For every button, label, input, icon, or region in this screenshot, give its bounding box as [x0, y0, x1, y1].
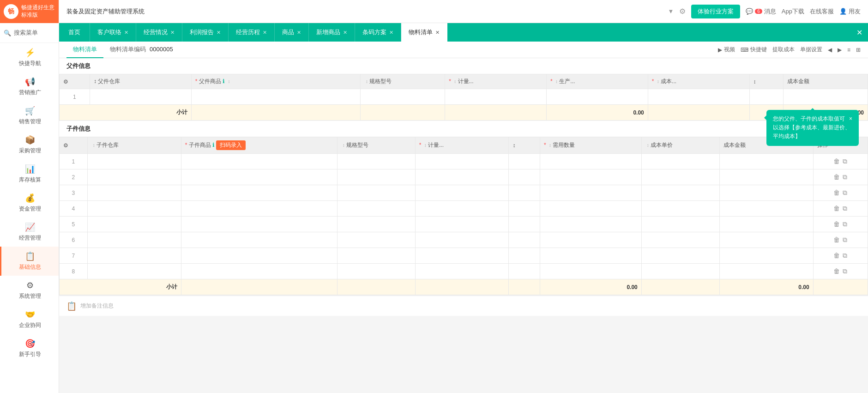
nav-tab-首页[interactable]: 首页 [59, 23, 90, 42]
child-unit-cost-cell[interactable] [641, 185, 719, 201]
nav-next-icon[interactable]: ▶ [838, 47, 842, 53]
close-all-tabs-button[interactable]: ✕ [851, 28, 868, 37]
sidebar-item-企业协同[interactable]: 🤝企业协同 [0, 305, 59, 334]
sidebar-item-系统管理[interactable]: ⚙系统管理 [0, 276, 59, 305]
delete-icon[interactable]: 🗑 [833, 267, 840, 275]
child-product-cell[interactable] [181, 185, 337, 201]
extract-cost-action[interactable]: 提取成本 [772, 46, 795, 54]
delete-icon[interactable]: 🗑 [833, 220, 840, 228]
nav-tab-物料清单[interactable]: 物料清单✕ [401, 23, 447, 42]
child-qty-cell[interactable] [415, 232, 509, 248]
child-unit-cost-cell[interactable] [641, 217, 719, 232]
parent-qty-cell[interactable] [445, 89, 547, 105]
child-qty-cell[interactable] [415, 185, 509, 201]
child-product-cell[interactable] [181, 232, 337, 248]
online-service-link[interactable]: 在线客服 [810, 7, 834, 16]
copy-icon[interactable]: ⧉ [843, 189, 847, 197]
child-needed-cell[interactable] [540, 264, 642, 279]
child-unit-cost-cell[interactable] [641, 154, 719, 169]
shortcut-action[interactable]: ⌨ 快捷键 [741, 46, 767, 54]
tooltip-close-button[interactable]: × [849, 115, 852, 123]
child-needed-cell[interactable] [540, 248, 642, 264]
child-spec-cell[interactable] [337, 169, 415, 185]
delete-icon[interactable]: 🗑 [833, 252, 840, 260]
copy-icon[interactable]: ⧉ [843, 157, 847, 165]
nav-tab-商品[interactable]: 商品✕ [275, 23, 309, 42]
copy-icon[interactable]: ⧉ [843, 236, 847, 244]
tab-close-icon[interactable]: ✕ [435, 30, 440, 36]
child-needed-cell[interactable] [540, 169, 642, 185]
copy-icon[interactable]: ⧉ [843, 205, 847, 212]
parent-prod-cell[interactable] [546, 89, 648, 105]
nav-tab-新增商品[interactable]: 新增商品✕ [309, 23, 355, 42]
nav-tab-利润报告[interactable]: 利润报告✕ [182, 23, 229, 42]
child-warehouse-cell[interactable] [87, 169, 181, 185]
copy-icon[interactable]: ⧉ [843, 173, 847, 181]
child-qty-cell[interactable] [415, 169, 509, 185]
sidebar-item-资金管理[interactable]: 💰资金管理 [0, 188, 59, 218]
expand-icon[interactable]: ⊞ [856, 47, 861, 53]
child-unit-cost-cell[interactable] [641, 248, 719, 264]
child-needed-cell[interactable] [540, 201, 642, 217]
tab-bill-list[interactable]: 物料清单 [66, 42, 103, 58]
sidebar-item-快捷导航[interactable]: ⚡快捷导航 [0, 43, 59, 72]
sidebar-item-库存核算[interactable]: 📊库存核算 [0, 159, 59, 188]
child-warehouse-cell[interactable] [87, 217, 181, 232]
child-product-cell[interactable] [181, 264, 337, 279]
child-warehouse-cell[interactable] [87, 154, 181, 169]
child-needed-cell[interactable] [540, 217, 642, 232]
nav-tab-条码方案[interactable]: 条码方案✕ [355, 23, 401, 42]
child-qty-cell[interactable] [415, 217, 509, 232]
copy-icon[interactable]: ⧉ [843, 252, 847, 260]
tab-close-icon[interactable]: ✕ [263, 30, 267, 36]
child-product-cell[interactable] [181, 248, 337, 264]
delete-icon[interactable]: 🗑 [833, 236, 840, 244]
child-product-cell[interactable] [181, 169, 337, 185]
child-warehouse-cell[interactable] [87, 201, 181, 217]
copy-icon[interactable]: ⧉ [843, 220, 847, 228]
delete-icon[interactable]: 🗑 [833, 189, 840, 197]
child-warehouse-cell[interactable] [87, 232, 181, 248]
video-action[interactable]: ▶ 视频 [718, 46, 735, 54]
child-unit-cost-cell[interactable] [641, 232, 719, 248]
tab-close-icon[interactable]: ✕ [297, 30, 301, 36]
parent-warehouse-cell[interactable] [90, 89, 191, 105]
child-qty-cell[interactable] [415, 264, 509, 279]
bill-settings-action[interactable]: 单据设置 [800, 46, 822, 54]
search-menu-button[interactable]: 🔍 搜索菜单 [4, 27, 55, 39]
dropdown-arrow-icon[interactable]: ▼ [668, 8, 674, 15]
copy-icon[interactable]: ⧉ [843, 267, 847, 275]
menu-icon[interactable]: ≡ [847, 47, 850, 53]
child-product-cell[interactable] [181, 201, 337, 217]
tab-close-icon[interactable]: ✕ [124, 30, 128, 36]
parent-cost-cell[interactable] [648, 89, 749, 105]
nav-tab-经营情况[interactable]: 经营情况✕ [136, 23, 182, 42]
sidebar-item-新手引导[interactable]: 🎯新手引导 [0, 334, 59, 363]
parent-product-cell[interactable] [191, 89, 360, 105]
scan-input-button[interactable]: 扫码录入 [216, 140, 246, 150]
tab-bill-code[interactable]: 物料清单编码 0000005 [103, 42, 180, 58]
tab-close-icon[interactable]: ✕ [343, 30, 347, 36]
messages-icon-group[interactable]: 💬 6 消息 [746, 7, 776, 16]
child-warehouse-cell[interactable] [87, 185, 181, 201]
child-needed-cell[interactable] [540, 185, 642, 201]
child-warehouse-cell[interactable] [87, 264, 181, 279]
tab-close-icon[interactable]: ✕ [217, 30, 221, 36]
settings-icon[interactable]: ⚙ [679, 7, 686, 16]
sidebar-item-销售管理[interactable]: 🛒销售管理 [0, 101, 59, 130]
nav-tab-客户联络[interactable]: 客户联络✕ [90, 23, 136, 42]
app-download-link[interactable]: App下载 [782, 7, 804, 16]
delete-icon[interactable]: 🗑 [833, 173, 840, 181]
child-product-cell[interactable] [181, 217, 337, 232]
child-spec-cell[interactable] [337, 217, 415, 232]
sidebar-item-采购管理[interactable]: 📦采购管理 [0, 130, 59, 159]
child-unit-cost-cell[interactable] [641, 201, 719, 217]
sidebar-item-经营管理[interactable]: 📈经营管理 [0, 218, 59, 247]
delete-icon[interactable]: 🗑 [833, 157, 840, 165]
child-qty-cell[interactable] [415, 248, 509, 264]
child-qty-cell[interactable] [415, 201, 509, 217]
nav-prev-icon[interactable]: ◀ [828, 47, 832, 53]
child-spec-cell[interactable] [337, 232, 415, 248]
child-spec-cell[interactable] [337, 264, 415, 279]
child-product-cell[interactable] [181, 154, 337, 169]
